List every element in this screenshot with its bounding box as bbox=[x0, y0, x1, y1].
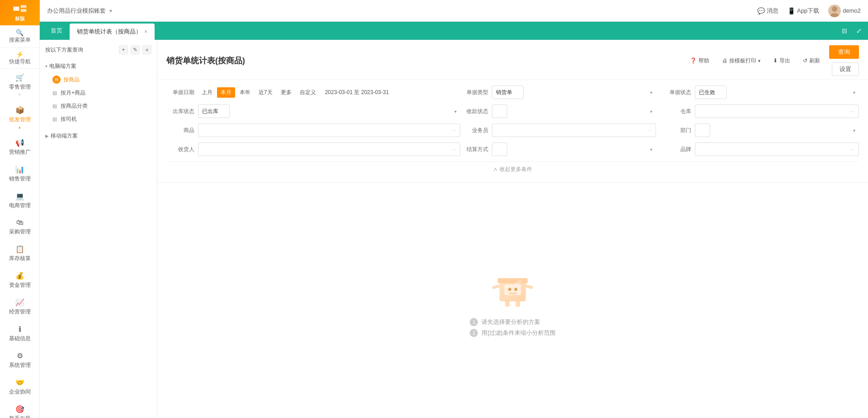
refresh-btn[interactable]: ↺ 刷新 bbox=[799, 55, 824, 66]
date-tab-thismonth[interactable]: 本月 bbox=[217, 87, 235, 98]
empty-tips: 1 请先选择要分析的方案 2 用[过滤]条件来缩小分析范围 bbox=[470, 318, 555, 337]
svg-point-3 bbox=[832, 6, 837, 12]
tree-parent-desktop[interactable]: ▾ 电脑端方案 bbox=[40, 60, 157, 73]
sidebar-item-system[interactable]: ⚙ 系统管理 bbox=[0, 347, 39, 374]
filter-area: 单据日期 上月 本月 本年 近7天 更多 自定义 2023- bbox=[157, 80, 868, 183]
brand-input[interactable]: ··· bbox=[695, 142, 859, 156]
right-btn-group: 查询 设置 bbox=[829, 45, 859, 76]
doc-type-label: 单据类型 bbox=[460, 89, 492, 96]
sidebar-item-wholesale[interactable]: 📦 批发管理 ▴ bbox=[0, 101, 39, 134]
warehouse-input[interactable]: ··· bbox=[695, 104, 859, 118]
svg-rect-13 bbox=[492, 285, 500, 290]
help-btn[interactable]: ❓ 帮助 bbox=[686, 55, 713, 66]
top-header: 办公用品行业模拟账套 ▾ 💬 消息 📱 App下载 demo2 bbox=[40, 0, 868, 22]
app-download-btn[interactable]: 📱 App下载 bbox=[788, 7, 819, 15]
svg-rect-2 bbox=[20, 9, 26, 12]
filter-row-1: 单据日期 上月 本月 本年 近7天 更多 自定义 2023- bbox=[166, 86, 859, 99]
out-status-select[interactable]: 已出库 bbox=[198, 104, 460, 118]
date-tab-custom[interactable]: 自定义 bbox=[296, 87, 320, 98]
date-tab-more[interactable]: 更多 bbox=[277, 87, 295, 98]
svg-rect-1 bbox=[20, 5, 26, 8]
page-title: 销货单统计表(按商品) bbox=[166, 55, 245, 66]
payment-select[interactable] bbox=[492, 104, 656, 118]
sidebar-item-guide[interactable]: 🎯 新手引导 bbox=[0, 400, 39, 418]
sidebar-item-collab[interactable]: 🤝 企业协同 bbox=[0, 374, 39, 400]
date-range[interactable]: 2023-03-01 至 2023-03-31 bbox=[325, 89, 389, 96]
department-select[interactable] bbox=[695, 124, 859, 137]
sidebar-item-operation[interactable]: 📈 经营管理 bbox=[0, 294, 39, 320]
sidebar-item-ecommerce[interactable]: 💻 电商管理 bbox=[0, 187, 39, 214]
collapse-btn[interactable]: ∧ 收起更多条件 bbox=[166, 162, 859, 177]
tree-parent-mobile[interactable]: ▶ 移动端方案 bbox=[40, 129, 157, 142]
svg-rect-0 bbox=[13, 6, 19, 11]
product-label: 商品 bbox=[166, 127, 198, 134]
tree-item-by-month[interactable]: ▤ 按月+商品 bbox=[40, 86, 157, 100]
left-panel-actions: + ✎ « bbox=[119, 45, 151, 54]
tree-item-by-driver[interactable]: ▤ 按司机 bbox=[40, 113, 157, 126]
workspace-dropdown[interactable]: ▾ bbox=[109, 8, 112, 14]
svg-point-4 bbox=[830, 13, 839, 17]
print-btn[interactable]: 🖨 按模板打印 ▾ bbox=[718, 55, 764, 66]
collapse-panel-btn[interactable]: « bbox=[142, 45, 151, 54]
payment-method-select[interactable] bbox=[492, 142, 656, 156]
print-icon: 🖨 bbox=[722, 57, 727, 64]
sidebar-item-basic[interactable]: ℹ 基础信息 bbox=[0, 320, 39, 347]
doc-type-select[interactable]: 销货单 bbox=[492, 86, 656, 99]
tree-item-by-product[interactable]: 按 按商品 bbox=[40, 73, 157, 86]
salesperson-input[interactable]: ··· bbox=[492, 124, 656, 137]
left-panel-title: 按以下方案查询 bbox=[45, 46, 83, 54]
date-tabs: 上月 本月 本年 近7天 更多 自定义 bbox=[198, 87, 320, 98]
edit-scheme-btn[interactable]: ✎ bbox=[131, 45, 140, 54]
query-button[interactable]: 查询 bbox=[829, 45, 859, 59]
tab-bar-actions: ⊟ ⤢ bbox=[839, 25, 864, 36]
warehouse-label: 仓库 bbox=[663, 108, 695, 115]
logo: 标版 bbox=[0, 0, 40, 25]
sidebar-item-finance[interactable]: 💰 资金管理 bbox=[0, 267, 39, 294]
settings-button[interactable]: 设置 bbox=[832, 62, 859, 76]
date-tab-lastmonth[interactable]: 上月 bbox=[198, 87, 216, 98]
svg-rect-6 bbox=[498, 278, 528, 284]
sidebar: 标版 🔍 搜索菜单 ⚡ 快捷导航 🛒 零售管理 ▾ 📦 批发管理 ▴ 📢 营销推… bbox=[0, 0, 40, 418]
tab-minimize-btn[interactable]: ⊟ bbox=[839, 25, 850, 36]
filter-row-2: 出库状态 已出库 收款状态 bbox=[166, 104, 859, 118]
date-picker: 上月 本月 本年 近7天 更多 自定义 2023-03-01 至 2023-03… bbox=[198, 87, 460, 98]
export-btn[interactable]: ⬇ 导出 bbox=[769, 55, 794, 66]
department-label: 部门 bbox=[663, 127, 695, 134]
payment-label: 收款状态 bbox=[460, 108, 492, 115]
page-actions: ❓ 帮助 🖨 按模板打印 ▾ ⬇ 导出 ↺ 刷新 bbox=[686, 45, 859, 76]
tab-home[interactable]: 首页 bbox=[43, 22, 70, 40]
sidebar-item-inventory[interactable]: 📋 库存核算 bbox=[0, 240, 39, 267]
user-menu[interactable]: demo2 bbox=[828, 5, 861, 17]
sidebar-item-sales[interactable]: 📊 销售管理 bbox=[0, 161, 39, 187]
date-tab-thisyear[interactable]: 本年 bbox=[236, 87, 254, 98]
page-header: 销货单统计表(按商品) ❓ 帮助 🖨 按模板打印 ▾ ⬇ 导出 bbox=[157, 40, 868, 80]
doc-status-select[interactable]: 已生效 bbox=[695, 86, 859, 99]
receiver-input[interactable]: ··· bbox=[198, 142, 460, 156]
receiver-label: 收货人 bbox=[166, 146, 198, 153]
main-area: 办公用品行业模拟账套 ▾ 💬 消息 📱 App下载 demo2 首页 bbox=[40, 0, 868, 418]
tab-close-btn[interactable]: × bbox=[144, 28, 147, 35]
product-input[interactable]: ··· bbox=[198, 124, 460, 137]
date-tab-7days[interactable]: 近7天 bbox=[255, 87, 276, 98]
tree-item-by-category[interactable]: ▤ 按商品分类 bbox=[40, 100, 157, 113]
brand-label: 品牌 bbox=[663, 146, 695, 153]
header-left: 办公用品行业模拟账套 ▾ bbox=[47, 7, 112, 15]
sidebar-item-retail[interactable]: 🛒 零售管理 ▾ bbox=[0, 69, 39, 101]
svg-rect-12 bbox=[509, 293, 517, 294]
salesperson-label: 业务员 bbox=[460, 127, 492, 134]
left-panel-header: 按以下方案查询 + ✎ « bbox=[40, 45, 157, 58]
messages-btn[interactable]: 💬 消息 bbox=[757, 7, 778, 15]
filter-row-3: 商品 ··· 业务员 ··· 部门 bbox=[166, 124, 859, 137]
sidebar-nav[interactable]: ⚡ 快捷导航 bbox=[0, 48, 39, 69]
tab-maximize-btn[interactable]: ⤢ bbox=[854, 25, 864, 36]
avatar bbox=[828, 5, 841, 17]
tab-active[interactable]: 销货单统计表（按商品） × bbox=[70, 24, 155, 40]
sidebar-search[interactable]: 🔍 搜索菜单 bbox=[0, 25, 39, 48]
empty-tip-1: 1 请先选择要分析的方案 bbox=[470, 318, 555, 326]
tab-bar: 首页 销货单统计表（按商品） × ⊟ ⤢ bbox=[40, 22, 868, 40]
doc-status-label: 单据状态 bbox=[663, 89, 695, 96]
sidebar-item-marketing[interactable]: 📢 营销推广 bbox=[0, 134, 39, 161]
sidebar-item-purchase[interactable]: 🛍 采购管理 bbox=[0, 214, 39, 240]
svg-point-10 bbox=[509, 289, 511, 290]
add-scheme-btn[interactable]: + bbox=[119, 45, 128, 54]
